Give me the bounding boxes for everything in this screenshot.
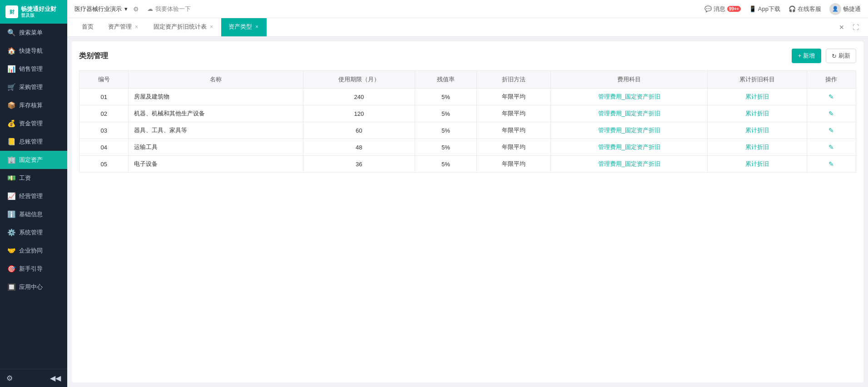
app-logo: 财 畅捷通好业财 普及版 (0, 0, 67, 24)
cell-1-5: 管理费用_固定资产折旧 (551, 105, 708, 122)
module-selector[interactable]: 医疗器械行业演示 ▾ (74, 5, 128, 13)
edit-icon[interactable]: ✎ (828, 160, 834, 168)
tab-0[interactable]: 首页 (74, 18, 101, 36)
close-tab-icon[interactable]: ✕ (837, 22, 846, 33)
cell-2-5: 管理费用_固定资产折旧 (551, 122, 708, 139)
sidebar-label-13: 新手引导 (19, 265, 43, 273)
cell-2-6: 累计折旧 (707, 122, 807, 139)
cell-1-6: 累计折旧 (707, 105, 807, 122)
headset-icon: 🎧 (789, 5, 796, 12)
cell-3-7[interactable]: ✎ (807, 139, 856, 156)
sidebar-item-销售管理[interactable]: 📊销售管理 (0, 60, 67, 78)
sidebar-item-企业协同[interactable]: 🤝企业协同 (0, 242, 67, 260)
app-download-btn[interactable]: 📱 App下载 (749, 5, 780, 13)
edit-icon[interactable]: ✎ (828, 127, 834, 134)
table-row: 03器具、工具、家具等605%年限平均管理费用_固定资产折旧累计折旧✎ (79, 122, 856, 139)
cell-0-4: 年限平均 (476, 89, 551, 105)
cloud-icon: ☁ (147, 5, 153, 12)
module-name: 医疗器械行业演示 (74, 5, 122, 13)
sidebar-item-资金管理[interactable]: 💰资金管理 (0, 114, 67, 133)
sidebar-icon-9: 📈 (7, 192, 15, 200)
message-btn[interactable]: 💬 消息 99++ (704, 5, 741, 13)
table-row: 05电子设备365%年限平均管理费用_固定资产折旧累计折旧✎ (79, 156, 856, 173)
cell-4-7[interactable]: ✎ (807, 156, 856, 173)
sidebar-item-搜索菜单[interactable]: 🔍搜索菜单 (0, 24, 67, 42)
mobile-icon: 📱 (749, 5, 756, 12)
cell-0-3: 5% (415, 89, 476, 105)
user-menu[interactable]: 👤 畅捷通 (829, 3, 861, 15)
sidebar-icon-12: 🤝 (7, 247, 15, 255)
edit-icon[interactable]: ✎ (828, 93, 834, 100)
sidebar-item-基础信息[interactable]: ℹ️基础信息 (0, 205, 67, 223)
online-service-btn[interactable]: 🎧 在线客服 (789, 5, 821, 13)
cell-2-2: 60 (303, 122, 415, 139)
message-icon: 💬 (704, 5, 712, 12)
sidebar-label-0: 搜索菜单 (19, 29, 43, 37)
sidebar-item-系统管理[interactable]: ⚙️系统管理 (0, 223, 67, 242)
settings-gear-icon[interactable]: ⚙ (133, 5, 139, 13)
settings-icon[interactable]: ⚙ (6, 374, 13, 382)
cell-1-4: 年限平均 (476, 105, 551, 122)
sidebar-item-固定资产[interactable]: 🏢固定资产 (0, 151, 67, 169)
cell-4-2: 36 (303, 156, 415, 173)
sidebar-label-9: 经营管理 (19, 192, 43, 200)
collapse-icon[interactable]: ◀◀ (50, 374, 61, 382)
sidebar-label-3: 采购管理 (19, 83, 43, 91)
tab-close-1[interactable]: × (134, 23, 139, 30)
logo-icon: 财 (5, 5, 18, 18)
cell-0-0: 01 (79, 89, 129, 105)
sidebar-label-11: 系统管理 (19, 228, 43, 237)
tab-2[interactable]: 固定资产折旧统计表× (146, 18, 221, 36)
expand-icon[interactable]: ⛶ (851, 22, 861, 33)
col-header-7: 操作 (807, 71, 856, 89)
header-actions: + 新增 ↻ 刷新 (792, 49, 856, 63)
sidebar-item-经营管理[interactable]: 📈经营管理 (0, 187, 67, 205)
sidebar-item-工资[interactable]: 💵工资 (0, 169, 67, 187)
app-version: 普及版 (21, 13, 56, 18)
cell-1-7[interactable]: ✎ (807, 105, 856, 122)
refresh-button[interactable]: ↻ 刷新 (826, 49, 856, 63)
sidebar-label-5: 资金管理 (19, 119, 43, 128)
cell-0-7[interactable]: ✎ (807, 89, 856, 105)
tab-label-3: 资产类型 (228, 23, 252, 31)
tab-label-2: 固定资产折旧统计表 (154, 23, 207, 31)
cell-2-7[interactable]: ✎ (807, 122, 856, 139)
asset-type-table: 编号名称使用期限（月）残值率折旧方法费用科目累计折旧科目操作 01房屋及建筑物2… (79, 70, 856, 173)
add-button[interactable]: + 新增 (792, 49, 821, 63)
cell-3-3: 5% (415, 139, 476, 156)
cell-4-5: 管理费用_固定资产折旧 (551, 156, 708, 173)
sidebar: 财 畅捷通好业财 普及版 🔍搜索菜单🏠快捷导航📊销售管理🛒采购管理📦库存核算💰资… (0, 0, 67, 387)
sidebar-item-应用中心[interactable]: 🔲应用中心 (0, 278, 67, 296)
experience-btn[interactable]: ☁ 我要体验一下 (147, 5, 191, 13)
tab-1[interactable]: 资产管理× (101, 18, 146, 36)
cell-1-2: 120 (303, 105, 415, 122)
sidebar-item-快捷导航[interactable]: 🏠快捷导航 (0, 42, 67, 60)
sidebar-icon-2: 📊 (7, 65, 15, 73)
tab-close-2[interactable]: × (209, 23, 214, 30)
sidebar-item-库存核算[interactable]: 📦库存核算 (0, 96, 67, 114)
sidebar-icon-13: 🎯 (7, 265, 15, 273)
sidebar-item-采购管理[interactable]: 🛒采购管理 (0, 78, 67, 96)
sidebar-label-2: 销售管理 (19, 65, 43, 73)
cell-3-5: 管理费用_固定资产折旧 (551, 139, 708, 156)
tabs-container: 首页资产管理×固定资产折旧统计表×资产类型× (74, 18, 837, 36)
cell-3-1: 运输工具 (129, 139, 303, 156)
table-header: 编号名称使用期限（月）残值率折旧方法费用科目累计折旧科目操作 (79, 71, 856, 89)
avatar: 👤 (829, 3, 841, 15)
main-content: 医疗器械行业演示 ▾ ⚙ ☁ 我要体验一下 💬 消息 99++ 📱 App下载 … (67, 0, 868, 387)
cell-3-0: 04 (79, 139, 129, 156)
sidebar-item-新手引导[interactable]: 🎯新手引导 (0, 260, 67, 278)
sidebar-icon-0: 🔍 (7, 29, 15, 37)
app-name: 畅捷通好业财 (21, 5, 56, 13)
sidebar-label-7: 固定资产 (19, 156, 43, 164)
cell-2-1: 器具、工具、家具等 (129, 122, 303, 139)
edit-icon[interactable]: ✎ (828, 144, 834, 151)
tab-3[interactable]: 资产类型× (221, 18, 267, 36)
cell-2-4: 年限平均 (476, 122, 551, 139)
tab-close-3[interactable]: × (254, 23, 259, 30)
sidebar-label-4: 库存核算 (19, 101, 43, 109)
sidebar-item-总账管理[interactable]: 📒总账管理 (0, 133, 67, 151)
edit-icon[interactable]: ✎ (828, 110, 834, 117)
content-area: 类别管理 + 新增 ↻ 刷新 编号名称使用期限（月）残值率折旧方法费用科目累计折… (72, 41, 863, 382)
page-title: 类别管理 (79, 51, 108, 61)
